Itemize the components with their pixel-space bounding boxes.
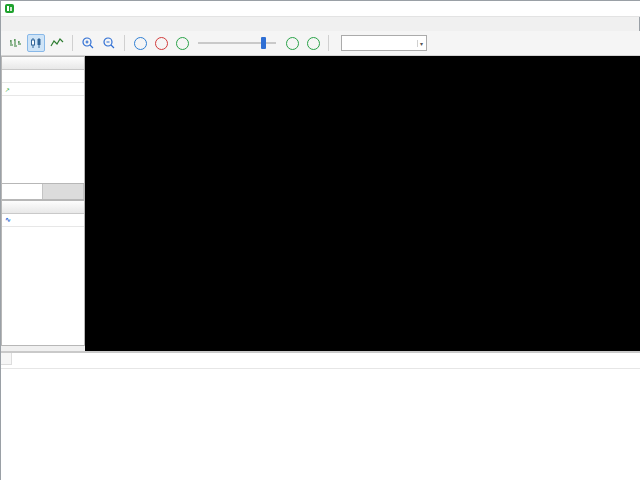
skip-icon	[307, 37, 320, 50]
speed-slider[interactable]	[198, 36, 276, 50]
toolbar: ▾	[1, 31, 640, 56]
time-axis	[85, 338, 640, 351]
orders-header-row	[1, 355, 640, 369]
line-chart-icon	[50, 36, 64, 50]
play-icon	[176, 37, 189, 50]
slider-thumb[interactable]	[261, 37, 266, 49]
zoom-in-button[interactable]	[79, 34, 97, 52]
app-icon	[5, 4, 14, 13]
skip-button[interactable]	[304, 34, 322, 52]
toolbar-separator	[72, 35, 73, 51]
calendar-dropdown-icon[interactable]: ▾	[417, 40, 423, 47]
orders-panel	[1, 351, 640, 480]
tab-tickovi[interactable]	[43, 184, 84, 199]
stop-icon	[155, 37, 168, 50]
line-chart-button[interactable]	[48, 34, 66, 52]
market-watch-tabs	[1, 184, 85, 200]
data-window-symbol: ∿	[2, 214, 84, 227]
data-window-panel: ∿	[1, 200, 85, 346]
play-button[interactable]	[173, 34, 191, 52]
market-watch-panel: ↗	[1, 56, 85, 184]
toolbar-separator	[124, 35, 125, 51]
market-watch-columns	[2, 70, 84, 83]
candlestick-chart-icon	[29, 36, 43, 50]
bar-chart-icon	[8, 36, 22, 50]
toolbar-separator	[328, 35, 329, 51]
fast-forward-button[interactable]	[283, 34, 301, 52]
zoom-in-icon	[81, 36, 95, 50]
strategy-tester-window: ▾ ↗ ∿	[0, 0, 640, 480]
jump-date-combobox[interactable]: ▾	[341, 35, 427, 51]
zoom-out-button[interactable]	[100, 34, 118, 52]
price-chart[interactable]	[85, 56, 640, 351]
tab-instrumenti[interactable]	[2, 184, 43, 199]
line-chart-mini-icon: ∿	[5, 216, 11, 224]
zoom-out-icon	[102, 36, 116, 50]
stop-button[interactable]	[152, 34, 170, 52]
market-watch-header	[2, 57, 84, 70]
menu-bar	[1, 17, 640, 31]
fast-forward-icon	[286, 37, 299, 50]
jump-to-group: ▾	[335, 35, 427, 51]
candlestick-chart-button[interactable]	[27, 34, 45, 52]
data-window-header	[2, 201, 84, 214]
pause-icon	[134, 37, 147, 50]
bar-chart-button[interactable]	[6, 34, 24, 52]
title-bar	[1, 1, 640, 17]
pause-button[interactable]	[131, 34, 149, 52]
chart-canvas	[85, 56, 640, 338]
market-watch-symbol-row[interactable]: ↗	[2, 83, 84, 96]
up-arrow-icon: ↗	[5, 86, 10, 93]
